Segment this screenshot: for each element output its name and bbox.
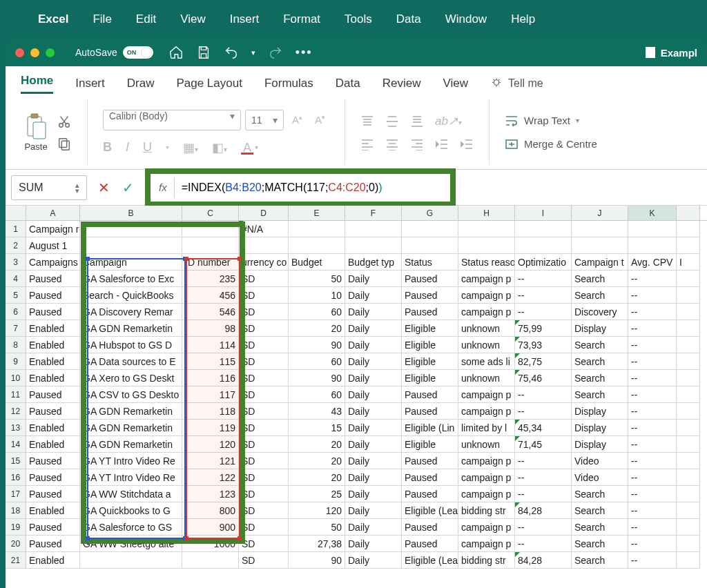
align-center-icon[interactable] (385, 138, 399, 150)
cell[interactable]: -- (628, 320, 677, 337)
cell[interactable]: campaign p (458, 271, 515, 287)
cell[interactable]: #N/A (239, 221, 289, 237)
row-header[interactable]: 19 (6, 519, 26, 536)
cell[interactable]: 15 (289, 420, 345, 436)
cell[interactable]: GA Data sources to E (80, 353, 182, 370)
cell[interactable]: campaign p (458, 486, 515, 502)
wrap-text-button[interactable]: Wrap Text▾ (505, 115, 597, 127)
cell[interactable] (515, 221, 572, 237)
cell[interactable]: bidding str (458, 502, 515, 519)
cell[interactable]: 121 (182, 453, 239, 469)
row-header[interactable]: 5 (6, 287, 26, 304)
cell[interactable]: Paused (402, 486, 458, 502)
cell[interactable]: campaign p (458, 304, 515, 320)
cell[interactable]: Daily (345, 287, 402, 304)
cell[interactable]: SD (239, 519, 289, 536)
cell[interactable]: Search (572, 287, 628, 304)
cell[interactable]: Campaign t (572, 254, 628, 271)
cell[interactable]: Daily (345, 337, 402, 353)
align-right-icon[interactable] (410, 138, 424, 150)
col-header-F[interactable]: F (345, 206, 402, 220)
cell[interactable]: Display (572, 403, 628, 420)
cell[interactable]: GA YT Intro Video Re (80, 469, 182, 486)
cell[interactable] (182, 237, 239, 254)
cell[interactable]: Enabled (26, 502, 80, 519)
cell[interactable]: 122 (182, 469, 239, 486)
cell[interactable]: Video (572, 469, 628, 486)
cell[interactable]: GA Hubspot to GS D (80, 337, 182, 353)
zoom-window-button[interactable] (46, 48, 55, 57)
cell[interactable]: Daily (345, 353, 402, 370)
cell[interactable]: GA WW Sheetgo alte (80, 536, 182, 552)
cell[interactable]: Eligible (Lea (402, 552, 458, 569)
cut-icon[interactable] (57, 114, 72, 129)
cell[interactable]: GA GDN Remarketin (80, 436, 182, 453)
cell[interactable]: -- (515, 271, 572, 287)
col-header-K[interactable]: K (628, 206, 677, 220)
tab-insert[interactable]: Insert (75, 77, 105, 90)
cell[interactable] (402, 221, 458, 237)
cell[interactable]: 546 (182, 304, 239, 320)
cell[interactable] (628, 237, 677, 254)
row-header[interactable]: 21 (6, 552, 26, 569)
cell[interactable]: -- (628, 536, 677, 552)
row-header[interactable]: 17 (6, 486, 26, 502)
tab-data[interactable]: Data (336, 77, 360, 90)
cell[interactable]: SD (239, 436, 289, 453)
cell[interactable]: -- (628, 304, 677, 320)
cell[interactable]: 90 (289, 552, 345, 569)
cell[interactable]: Display (572, 420, 628, 436)
cell[interactable] (458, 237, 515, 254)
tell-me-search[interactable]: Tell me (490, 77, 543, 90)
cell[interactable]: campaign p (458, 386, 515, 403)
cell[interactable]: 20 (289, 469, 345, 486)
cell[interactable] (80, 221, 182, 237)
cell[interactable]: -- (515, 453, 572, 469)
cell[interactable] (677, 304, 700, 320)
minimize-window-button[interactable] (30, 48, 39, 57)
cell[interactable]: Enabled (26, 370, 80, 386)
cell[interactable]: 75,99 (515, 320, 572, 337)
cell[interactable]: GA GDN Remarketin (80, 403, 182, 420)
menu-view[interactable]: View (180, 12, 206, 26)
cell[interactable]: -- (628, 287, 677, 304)
col-header-G[interactable]: G (402, 206, 458, 220)
cell[interactable]: -- (628, 403, 677, 420)
increase-font-icon[interactable]: A▴ (288, 114, 307, 126)
cell[interactable]: Daily (345, 469, 402, 486)
menu-help[interactable]: Help (511, 12, 535, 26)
cell[interactable]: Display (572, 320, 628, 337)
underline-button[interactable]: U (143, 140, 152, 155)
font-name-select[interactable]: Calibri (Body) ▾ (103, 110, 241, 130)
cell[interactable]: Budget typ (345, 254, 402, 271)
cell[interactable]: -- (628, 337, 677, 353)
menu-insert[interactable]: Insert (230, 12, 260, 26)
cell[interactable] (677, 502, 700, 519)
bold-button[interactable]: B (103, 140, 112, 155)
cell[interactable]: 50 (289, 271, 345, 287)
cell[interactable]: -- (628, 420, 677, 436)
cell[interactable] (628, 221, 677, 237)
cell[interactable]: Daily (345, 519, 402, 536)
cell[interactable]: Paused (26, 403, 80, 420)
cell[interactable]: SD (239, 469, 289, 486)
cell[interactable]: Paused (402, 304, 458, 320)
cell[interactable]: Search (572, 337, 628, 353)
cell[interactable]: -- (515, 469, 572, 486)
cell[interactable]: Discovery (572, 304, 628, 320)
cell[interactable]: GA GDN Remarketin (80, 320, 182, 337)
cell[interactable]: 10 (289, 287, 345, 304)
cell[interactable]: 84,28 (515, 502, 572, 519)
cell[interactable]: Search (572, 502, 628, 519)
cell[interactable] (402, 237, 458, 254)
align-bottom-icon[interactable] (410, 115, 424, 128)
row-header[interactable]: 3 (6, 254, 26, 271)
row-header[interactable]: 13 (6, 420, 26, 436)
cell[interactable]: Enabled (26, 337, 80, 353)
cell[interactable] (182, 552, 239, 569)
save-icon[interactable] (196, 45, 211, 60)
cell[interactable]: 60 (289, 353, 345, 370)
cell[interactable]: 118 (182, 403, 239, 420)
cell[interactable] (345, 237, 402, 254)
cell[interactable]: SD (239, 552, 289, 569)
